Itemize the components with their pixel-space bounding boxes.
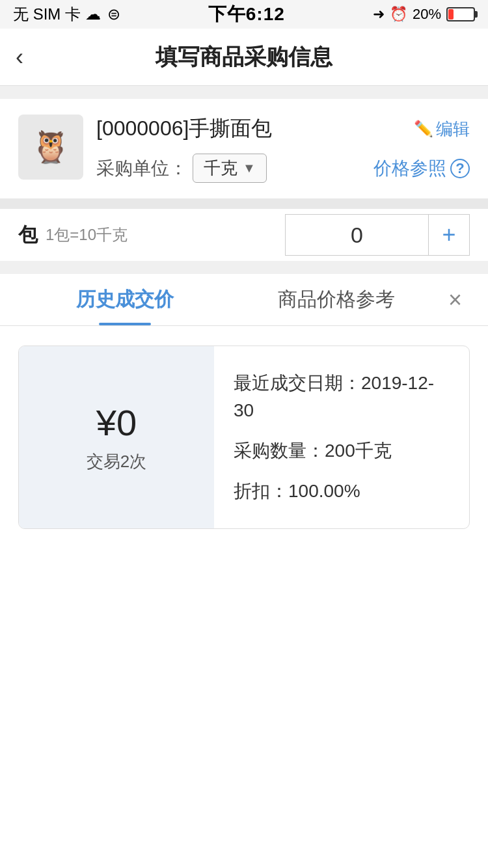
back-button[interactable]: ‹ bbox=[16, 44, 23, 71]
bottom-space bbox=[0, 549, 488, 868]
recent-date-label: 最近成交日期： bbox=[234, 373, 361, 393]
price-ref-button[interactable]: 价格参照 ? bbox=[373, 156, 470, 181]
section-divider bbox=[0, 198, 488, 209]
product-card: 🦉 [0000006]手撕面包 ✏️ 编辑 采购单位： 千克 ▼ 价格参照 ? bbox=[0, 99, 488, 198]
status-time: 下午6:12 bbox=[208, 2, 285, 27]
nav-bar: ‹ 填写商品采购信息 bbox=[0, 29, 488, 86]
price-ref-label: 价格参照 bbox=[373, 156, 446, 181]
edit-icon: ✏️ bbox=[414, 120, 433, 138]
product-name: [0000006]手撕面包 bbox=[96, 115, 272, 143]
tab-history-price[interactable]: 历史成交价 bbox=[20, 274, 230, 325]
alarm-icon: ⏰ bbox=[390, 6, 407, 23]
card-left: ¥0 交易2次 bbox=[19, 346, 214, 528]
status-right: ➜ ⏰ 20% bbox=[373, 6, 475, 23]
history-card: ¥0 交易2次 最近成交日期：2019-12-30 采购数量：200千克 折扣：… bbox=[18, 346, 470, 529]
unit-label: 采购单位： bbox=[96, 156, 187, 181]
tab-history-label: 历史成交价 bbox=[76, 286, 174, 313]
card-right: 最近成交日期：2019-12-30 采购数量：200千克 折扣：100.00% bbox=[214, 346, 469, 528]
quantity-row: 包 1包=10千克 + bbox=[0, 209, 488, 261]
quantity-input[interactable] bbox=[285, 214, 428, 256]
discount-label: 折扣： bbox=[234, 481, 288, 501]
tabs-header: 历史成交价 商品价格参考 × bbox=[0, 274, 488, 326]
product-header: [0000006]手撕面包 ✏️ 编辑 bbox=[96, 115, 470, 143]
status-left: 无 SIM 卡 ☁ ⊜ bbox=[13, 4, 120, 25]
unit-select[interactable]: 千克 ▼ bbox=[193, 154, 267, 183]
product-info: [0000006]手撕面包 ✏️ 编辑 采购单位： 千克 ▼ 价格参照 ? bbox=[96, 115, 470, 183]
product-unit-row: 采购单位： 千克 ▼ 价格参照 ? bbox=[96, 154, 470, 183]
quantity-input-group: + bbox=[285, 214, 470, 256]
chevron-down-icon: ▼ bbox=[243, 161, 256, 176]
wifi-icon: ⊜ bbox=[107, 5, 120, 23]
price-amount: ¥0 bbox=[96, 401, 137, 444]
trade-count: 交易2次 bbox=[87, 450, 146, 473]
purchase-quantity-line: 采购数量：200千克 bbox=[234, 437, 450, 465]
product-thumbnail: 🦉 bbox=[18, 115, 83, 180]
quantity-label: 采购数量： bbox=[234, 441, 325, 461]
tab-active-indicator bbox=[99, 323, 151, 325]
recent-date-line: 最近成交日期：2019-12-30 bbox=[234, 370, 450, 424]
question-circle-icon: ? bbox=[450, 159, 470, 178]
tab-price-ref-label: 商品价格参考 bbox=[278, 286, 395, 313]
quantity-value: 200千克 bbox=[325, 441, 392, 461]
page-title: 填写商品采购信息 bbox=[156, 42, 332, 72]
price-value: 0 bbox=[116, 402, 137, 443]
location-icon: ➜ bbox=[373, 6, 385, 23]
tab-price-reference[interactable]: 商品价格参考 bbox=[230, 274, 441, 325]
status-bar: 无 SIM 卡 ☁ ⊜ 下午6:12 ➜ ⏰ 20% bbox=[0, 0, 488, 29]
unit-value: 千克 bbox=[204, 157, 237, 180]
quantity-unit-info: 包 1包=10千克 bbox=[18, 222, 128, 249]
quantity-plus-button[interactable]: + bbox=[428, 214, 470, 256]
edit-label: 编辑 bbox=[436, 118, 470, 141]
price-symbol: ¥ bbox=[96, 402, 116, 443]
battery-icon bbox=[446, 7, 475, 21]
discount-value: 100.00% bbox=[288, 481, 360, 501]
tabs-section: 历史成交价 商品价格参考 × ¥0 交易2次 最近成交日期：2019-12-30… bbox=[0, 274, 488, 549]
discount-line: 折扣：100.00% bbox=[234, 478, 450, 505]
edit-button[interactable]: ✏️ 编辑 bbox=[414, 118, 470, 141]
tabs-close-button[interactable]: × bbox=[442, 286, 468, 314]
unit-badge: 包 bbox=[18, 222, 38, 249]
content-area: ¥0 交易2次 最近成交日期：2019-12-30 采购数量：200千克 折扣：… bbox=[0, 326, 488, 549]
unit-conversion: 1包=10千克 bbox=[46, 224, 128, 245]
battery-percent: 20% bbox=[413, 6, 441, 23]
sim-label: 无 SIM 卡 ☁ bbox=[13, 4, 101, 25]
product-image-icon: 🦉 bbox=[31, 129, 70, 165]
